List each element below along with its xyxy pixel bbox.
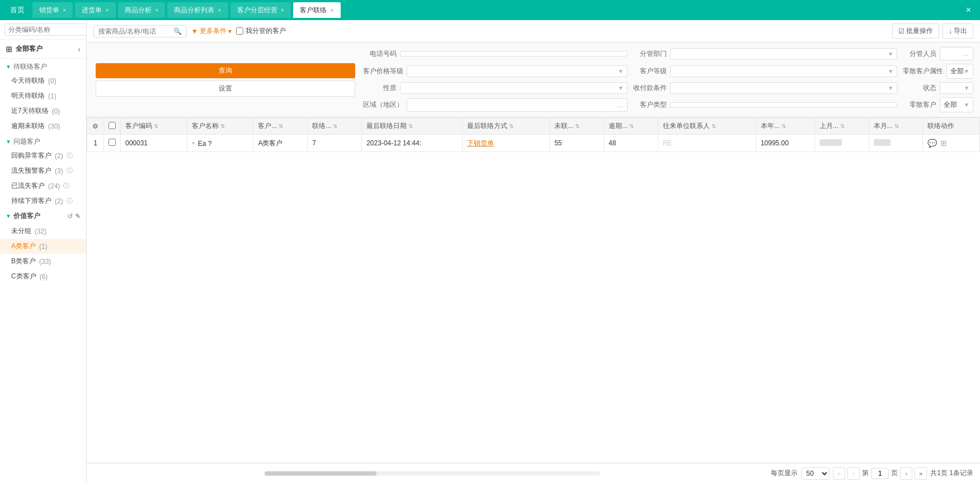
sort-icon[interactable]: ⇅ (220, 123, 225, 129)
message-action-btn[interactable]: 💬 (927, 139, 937, 148)
caret-icon: ▼ (618, 85, 624, 91)
col-this-month: 本月... ⇅ (869, 118, 923, 135)
sort-icon[interactable]: ⇅ (154, 123, 158, 129)
page-first-btn[interactable]: « (833, 467, 845, 480)
retail-attr-select[interactable]: 全部▼ (946, 64, 973, 79)
edit-icon[interactable]: ✎ (75, 212, 81, 220)
sidebar-item-lost[interactable]: 已流失客户 (24) ⓘ (0, 178, 86, 193)
col-check[interactable] (104, 118, 121, 135)
caret-icon: ▼ (964, 68, 969, 74)
sort-icon[interactable]: ⇅ (333, 123, 337, 129)
page-size-select[interactable]: 50 100 (801, 467, 830, 480)
sort-icon[interactable]: ⇅ (408, 123, 413, 129)
page-next-btn[interactable]: › (900, 467, 912, 480)
sort-icon[interactable]: ⇅ (575, 123, 579, 129)
close-purchase-tab[interactable]: × (105, 7, 109, 13)
col-settings[interactable]: ⚙ (87, 118, 104, 135)
batch-op-button[interactable]: ☑ 批量操作 (892, 23, 939, 39)
customer-grade-select[interactable]: ▼ (670, 65, 897, 77)
batch-checkbox-icon: ☑ (898, 27, 904, 35)
customer-type-input[interactable] (670, 102, 897, 108)
close-goods-analysis-tab[interactable]: × (155, 7, 158, 13)
sidebar-item-overdue[interactable]: 逾期未联络 (30) (0, 119, 86, 134)
filter-search-icon[interactable]: 🔍 (173, 27, 182, 35)
sidebar-item-a-customers[interactable]: A类客户 (1) (0, 239, 86, 254)
sort-icon[interactable]: ⇅ (781, 123, 786, 129)
group-value-customers[interactable]: ▼ 价值客户 ↺ ✎ (0, 209, 86, 224)
nature-label: 性质 (363, 83, 397, 93)
status-select[interactable]: ▼ (940, 82, 973, 94)
sort-icon[interactable]: ⇅ (712, 123, 716, 129)
retail-select[interactable]: 全部▼ (940, 97, 973, 112)
price-grade-select[interactable]: ▼ (407, 65, 627, 77)
info-icon: ⓘ (63, 182, 69, 190)
sidebar-item-tomorrow[interactable]: 明天待联络 (1) (0, 88, 86, 103)
tab-purchase[interactable]: 进货单 × (75, 2, 115, 18)
dept-select[interactable]: ▼ (670, 48, 897, 60)
tab-customer-contact[interactable]: 客户联络 × (293, 2, 340, 18)
tab-sales[interactable]: 销货单 × (32, 2, 73, 18)
sidebar-search-input[interactable] (4, 23, 87, 36)
sidebar-item-declining[interactable]: 持续下滑客户 (2) ⓘ (0, 193, 86, 209)
table-area: ⚙ 客户编码 ⇅ 客户名称 ⇅ (87, 117, 980, 463)
sort-icon[interactable]: ⇅ (629, 123, 634, 129)
sidebar-item-repurchase-abnormal[interactable]: 回购异常客户 (2) ⓘ (0, 148, 86, 163)
close-customer-layer-tab[interactable]: × (281, 7, 284, 13)
sidebar-item-b-customers[interactable]: B类客户 (33) (0, 254, 86, 269)
row-checkbox[interactable] (104, 135, 121, 152)
sort-icon[interactable]: ⇅ (279, 123, 283, 129)
sort-icon[interactable]: ⇅ (509, 123, 513, 129)
scrollbar-thumb[interactable] (265, 471, 376, 476)
sidebar-item-today[interactable]: 今天待联络 (0) (0, 73, 86, 88)
my-customers-check[interactable] (236, 27, 243, 35)
close-all-tabs-btn[interactable]: × (962, 5, 976, 15)
arrow-icon: ▼ (6, 64, 11, 70)
customers-table: ⚙ 客户编码 ⇅ 客户名称 ⇅ (87, 117, 980, 152)
row-last-month (814, 135, 869, 152)
row-last-method[interactable]: 下销货单 (462, 135, 549, 152)
more-filters-btn[interactable]: ▼ 更多条件 ▾ (191, 26, 232, 36)
sidebar-item-c-customers[interactable]: C类客户 (6) (0, 269, 86, 284)
region-input[interactable]: … (407, 98, 627, 112)
close-sales-tab[interactable]: × (63, 7, 66, 13)
query-button[interactable]: 查询 (96, 63, 355, 78)
grid-action-btn[interactable]: ⊞ (940, 139, 947, 148)
export-button[interactable]: ↓ 导出 (943, 23, 973, 39)
page-label: 第 (862, 468, 869, 478)
my-customers-checkbox[interactable]: 我分管的客户 (236, 26, 286, 36)
horizontal-scrollbar[interactable] (265, 471, 600, 476)
sort-icon[interactable]: ⇅ (840, 123, 845, 129)
page-input[interactable] (871, 468, 889, 479)
filter-search-input[interactable] (98, 27, 171, 35)
group-pending-contact[interactable]: ▼ 待联络客户 (0, 59, 86, 73)
nav-home[interactable]: 首页 (4, 5, 30, 15)
group-problem-customers[interactable]: ▼ 问题客户 (0, 134, 86, 148)
check-all[interactable] (109, 122, 116, 129)
settings-button[interactable]: 设置 (96, 80, 355, 97)
page-prev-btn[interactable]: ‹ (847, 467, 860, 480)
person-input[interactable]: … (940, 47, 973, 60)
filter-actions: ☑ 批量操作 ↓ 导出 (892, 23, 973, 39)
retail-attr-label: 零散客户属性 (903, 67, 943, 76)
sidebar-collapse-btn[interactable]: ‹ (78, 45, 81, 54)
close-goods-list-tab[interactable]: × (218, 7, 221, 13)
sort-icon[interactable]: ⇅ (894, 123, 899, 129)
payment-select[interactable]: ▼ (670, 82, 897, 94)
group-label: 待联络客户 (13, 62, 47, 72)
close-customer-contact-tab[interactable]: × (330, 7, 333, 13)
col-contact-count: 联络... ⇅ (308, 118, 362, 135)
row-name[interactable]: ▪ Ea ? (187, 135, 253, 152)
page-last-btn[interactable]: » (915, 467, 927, 480)
refresh-icon[interactable]: ↺ (67, 212, 73, 220)
phone-input[interactable] (400, 51, 627, 56)
tab-customer-layer[interactable]: 客户分层经营 × (230, 2, 291, 18)
sidebar-item-7days[interactable]: 近7天待联络 (0) (0, 103, 86, 119)
filter-region: 区域（地区） … (363, 98, 627, 112)
tab-goods-analysis[interactable]: 商品分析 × (118, 2, 165, 18)
sidebar-all-customers-header[interactable]: ⊞ 全部客户 ‹ (0, 40, 86, 59)
sidebar-item-loss-warning[interactable]: 流失预警客户 (3) ⓘ (0, 163, 86, 178)
tab-goods-list[interactable]: 商品分析列表 × (167, 2, 228, 18)
row-check[interactable] (109, 139, 116, 146)
nature-select[interactable]: ▼ (400, 82, 627, 94)
sidebar-item-ungrouped[interactable]: 未分组 (32) (0, 224, 86, 239)
